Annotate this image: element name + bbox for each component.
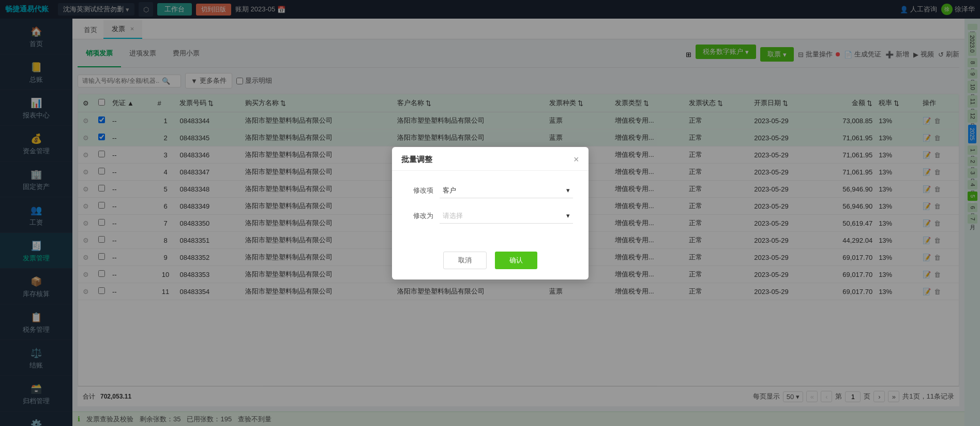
value-dropdown-icon: ▾ <box>566 212 570 219</box>
batch-adjust-modal: 批量调整 × 修改项 客户 ▾ 修改为 请选择 ▾ 取消 确认 <box>392 147 589 280</box>
modify-field-label: 修改项 <box>408 186 433 195</box>
modify-value-placeholder: 请选择 <box>443 211 463 221</box>
modal-title: 批量调整 <box>401 155 432 165</box>
modify-value-label: 修改为 <box>408 211 433 221</box>
modify-field-select[interactable]: 客户 ▾ <box>440 183 573 198</box>
modal-confirm-button[interactable]: 确认 <box>495 252 537 269</box>
field-dropdown-icon: ▾ <box>566 186 570 194</box>
modal-cancel-button[interactable]: 取消 <box>443 252 487 269</box>
modal-body: 修改项 客户 ▾ 修改为 请选择 ▾ <box>392 171 589 246</box>
modify-value-select[interactable]: 请选择 ▾ <box>440 209 573 224</box>
modal-header: 批量调整 × <box>392 147 589 171</box>
modal-row-field: 修改项 客户 ▾ <box>408 183 573 198</box>
modal-close-button[interactable]: × <box>574 154 579 165</box>
modify-field-value: 客户 <box>443 186 456 195</box>
modal-row-value: 修改为 请选择 ▾ <box>408 209 573 224</box>
modal-footer: 取消 确认 <box>392 246 589 280</box>
modal-overlay: 批量调整 × 修改项 客户 ▾ 修改为 请选择 ▾ 取消 确认 <box>0 0 980 426</box>
